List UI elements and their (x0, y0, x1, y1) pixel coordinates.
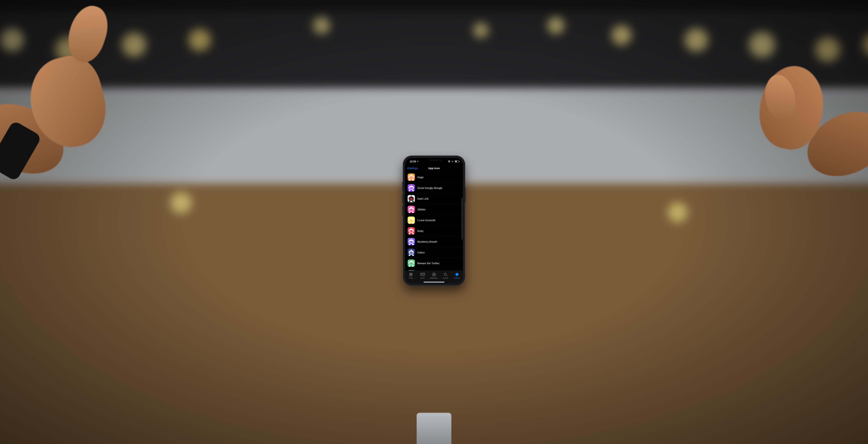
svg-point-54 (409, 244, 410, 245)
app-icon-list[interactable]: Hugo Great Googly Moogly Dark Link Jibbl… (405, 172, 463, 271)
app-icon-row[interactable]: Beware the Turtles (405, 258, 463, 269)
app-icon-row[interactable]: Hugo (405, 172, 463, 183)
phone-stand (416, 413, 452, 444)
svg-point-14 (409, 190, 410, 191)
svg-point-57 (411, 249, 412, 249)
app-icon-row[interactable]: Under the Sea (405, 269, 463, 271)
screen: 12:33 ‹ Settings App Icon (405, 158, 463, 283)
app-icon-thumbnail (408, 206, 415, 213)
svg-point-1 (411, 174, 412, 174)
svg-point-72 (409, 265, 410, 267)
svg-point-59 (410, 251, 410, 251)
svg-point-73 (412, 265, 414, 267)
app-icon-label: Jibbles (417, 208, 426, 211)
svg-point-33 (411, 217, 412, 217)
app-icon-row[interactable]: Jibbles (405, 204, 463, 215)
svg-point-28 (410, 209, 411, 210)
app-icon-label: Beware the Turtles (417, 262, 439, 265)
svg-rect-86 (421, 273, 425, 276)
app-icon-label: Ruby (417, 230, 424, 232)
app-icon-thumbnail (408, 238, 415, 245)
svg-point-55 (412, 244, 414, 245)
svg-point-63 (412, 252, 413, 253)
app-icon-thumbnail (408, 227, 415, 235)
svg-point-17 (411, 195, 412, 196)
svg-point-70 (410, 263, 411, 264)
back-label: Settings (408, 167, 418, 170)
svg-point-5 (412, 177, 413, 178)
svg-point-12 (410, 187, 411, 189)
app-icon-row[interactable]: Dark Link (405, 193, 463, 204)
svg-point-65 (412, 254, 414, 256)
app-icon-thumbnail (408, 173, 415, 181)
svg-point-36 (410, 220, 411, 221)
app-icon-row[interactable]: Blueberry Breath (405, 236, 463, 247)
inbox-icon (420, 272, 425, 276)
account-icon (432, 272, 436, 276)
home-indicator[interactable] (424, 282, 444, 282)
app-icon-thumbnail (408, 195, 415, 202)
tab-posts[interactable]: Posts (405, 271, 416, 280)
svg-point-29 (412, 209, 413, 210)
tab-settings[interactable]: Settings (452, 271, 463, 280)
svg-point-25 (411, 206, 412, 207)
svg-point-7 (412, 179, 414, 180)
svg-point-62 (410, 252, 411, 253)
iphone-device: 12:33 ‹ Settings App Icon (403, 156, 465, 286)
tab-account[interactable]: jeffbenjam (428, 271, 440, 280)
page-title: App Icon (428, 167, 440, 170)
svg-point-4 (410, 177, 411, 178)
svg-point-6 (409, 179, 410, 180)
svg-point-22 (409, 201, 410, 202)
app-icon-thumbnail (408, 260, 415, 267)
app-icon-row[interactable]: Ruby (405, 226, 463, 236)
app-icon-label: Great Googly Moogly (417, 186, 442, 190)
app-icon-thumbnail (408, 216, 415, 224)
app-icon-row[interactable]: I Love Goooold (405, 215, 463, 226)
settings-icon (455, 272, 459, 276)
back-button[interactable]: ‹ Settings (407, 166, 418, 170)
tab-label: jeffbenjam (430, 277, 438, 279)
tab-search[interactable]: Search (440, 271, 451, 280)
scroll-indicator (462, 198, 462, 240)
app-icon-row[interactable]: Great Googly Moogly (405, 183, 463, 193)
app-icon-label: I Love Goooold (417, 219, 435, 221)
app-icon-label: Blueberry Breath (417, 240, 437, 243)
app-icon-label: Hugo (417, 176, 424, 179)
svg-point-30 (409, 211, 410, 213)
tab-label: Search (443, 277, 448, 279)
svg-line-90 (446, 275, 447, 276)
tab-inbox[interactable]: Inbox (416, 271, 428, 280)
location-icon (416, 161, 418, 162)
svg-point-41 (411, 227, 412, 228)
svg-point-38 (409, 222, 410, 224)
svg-point-71 (412, 263, 413, 264)
svg-point-20 (410, 198, 411, 200)
app-icon-thumbnail (408, 184, 415, 192)
svg-point-88 (433, 274, 435, 275)
app-icon-row[interactable]: Calico (405, 247, 463, 258)
wifi-icon (451, 161, 454, 163)
svg-point-15 (412, 190, 414, 191)
svg-point-44 (410, 231, 411, 232)
svg-point-21 (412, 198, 413, 200)
svg-point-13 (412, 187, 413, 189)
svg-point-53 (412, 241, 413, 242)
navigation-bar: ‹ Settings App Icon (405, 165, 463, 172)
cellular-icon (448, 161, 450, 162)
svg-point-39 (412, 222, 414, 224)
svg-point-9 (411, 184, 412, 185)
svg-point-46 (409, 233, 410, 234)
tab-label: Posts (409, 277, 413, 279)
svg-point-47 (412, 233, 414, 234)
notch (420, 158, 448, 163)
svg-point-23 (412, 201, 414, 202)
svg-rect-83 (410, 274, 412, 275)
svg-point-37 (412, 220, 413, 221)
svg-point-64 (409, 254, 410, 256)
app-icon-label: Calico (417, 251, 425, 254)
status-right (448, 161, 459, 163)
svg-point-45 (412, 231, 413, 232)
app-icon-thumbnail (408, 249, 415, 256)
battery-icon (455, 161, 459, 162)
